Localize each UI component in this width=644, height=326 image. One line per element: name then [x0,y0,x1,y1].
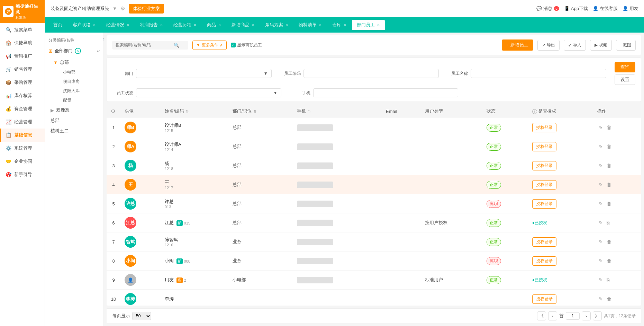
auth-button[interactable]: 授权登录 [532,256,556,266]
tree-node-zongbu2[interactable]: 总部 [45,115,103,126]
sidebar-item-marketing[interactable]: 📢 营销推广 [0,50,45,63]
edit-button[interactable]: ✎ [597,200,604,207]
edit-button[interactable]: ✎ [597,143,604,150]
tab-close-process[interactable]: ✕ [193,23,197,27]
edit-button[interactable]: ✎ [597,238,604,245]
query-button[interactable]: 查询 [615,62,635,72]
prev-page-button[interactable]: ‹ [548,311,557,320]
user-avatar[interactable]: 👤 用友 [623,6,638,12]
tree-collapse-icon[interactable]: « [97,48,100,54]
online-service-button[interactable]: 👤 在线客服 [593,6,618,12]
delete-button[interactable]: 🗑 [605,257,613,264]
tree-edit-icon[interactable]: ✎ [75,48,81,54]
sidebar-item-quicknav[interactable]: 🏠 快捷导航 [0,36,45,50]
copy-button[interactable]: ⎘ [605,276,611,283]
tab-process[interactable]: 经营历程 ✕ [169,20,201,30]
title-dropdown-icon[interactable]: ▼ [112,6,117,11]
auth-button[interactable]: 授权登录 [532,161,556,170]
sidebar-item-purchase[interactable]: 📦 采购管理 [0,76,45,89]
copy-button[interactable]: ⎘ [605,219,611,226]
sidebar-item-search[interactable]: 🔍 搜索菜单 [0,23,45,36]
col-dept-sort[interactable]: ⇅ [254,109,256,113]
tab-close-profit[interactable]: ✕ [160,23,163,27]
sidebar-item-operation[interactable]: 📈 经营管理 [0,115,45,129]
tree-child-xiangmu[interactable]: 项目库房 [53,77,103,86]
emp-code-input[interactable] [303,69,439,78]
edit-button[interactable]: ✎ [597,162,604,169]
sidebar-item-enterprise[interactable]: 🤝 企业协同 [0,155,45,168]
per-page-select[interactable]: 50 20 100 [132,312,151,320]
delete-button[interactable]: 🗑 [605,296,613,302]
employee-search-input[interactable] [116,43,171,47]
next-page-button[interactable]: › [582,311,591,320]
sidebar-item-guide[interactable]: 🎯 新手引导 [0,168,45,181]
edit-button[interactable]: ✎ [597,296,604,302]
tab-department[interactable]: 部门员工 ✕ [352,20,385,30]
tree-child-peihuo[interactable]: 配货 [53,96,103,105]
auth-button[interactable]: 授权登录 [532,180,556,190]
page-number-input[interactable] [566,312,580,320]
sidebar-item-inventory[interactable]: 📊 库存核算 [0,89,45,102]
trial-button[interactable]: 体验行业方案 [129,4,164,14]
tree-header[interactable]: ⊞ 全部部门 ✎ « [45,45,103,57]
edit-button[interactable]: ✎ [597,124,604,131]
tab-home[interactable]: 首页 [48,20,67,30]
emp-status-select[interactable]: ▼ [136,88,281,97]
export-button[interactable]: ↗ 导出 [537,40,560,51]
dept-select[interactable]: ▼ [136,69,272,78]
edit-button[interactable]: ✎ [597,257,604,264]
tab-profit[interactable]: 利润报告 ✕ [135,20,168,30]
phone-input[interactable] [313,88,459,97]
tab-bom[interactable]: 物料清单 ✕ [294,20,327,30]
edit-button[interactable]: ✎ [597,276,604,283]
auth-button[interactable]: 授权登录 [532,142,556,151]
tree-search-input[interactable] [48,38,100,43]
edit-button[interactable]: ✎ [597,219,604,226]
tree-node-shuanglu[interactable]: ▶ 双鹿想 [45,105,103,115]
delete-button[interactable]: 🗑 [605,143,613,150]
tab-new-goods[interactable]: 新增商品 ✕ [227,20,260,30]
tab-customer[interactable]: 客户联络 ✕ [68,20,101,30]
view-button[interactable]: ▶ 视频 [590,40,612,51]
delete-button[interactable]: 🗑 [605,181,613,188]
tree-node-zhishu[interactable]: 植树王二 [45,126,103,136]
settings-icon[interactable]: ⚙ [120,5,125,12]
tab-goods[interactable]: 商品 ✕ [202,20,226,30]
auth-button[interactable]: 授权登录 [532,294,556,304]
help-button[interactable]: | 截图 [616,40,636,51]
add-employee-button[interactable]: + 新增员工 [502,39,533,51]
tab-close-dept[interactable]: ✕ [377,23,380,27]
tab-close-op[interactable]: ✕ [126,23,129,27]
sidebar-item-sales[interactable]: 🛒 销售管理 [0,63,45,76]
col-name-sort[interactable]: ⇅ [186,109,189,113]
delete-button[interactable]: 🗑 [605,124,613,131]
col-settings-icon[interactable]: ⚙ [111,108,115,114]
tab-close-barcode[interactable]: ✕ [285,23,288,27]
tab-close-new-goods[interactable]: ✕ [252,23,255,27]
tab-barcode[interactable]: 条码方案 ✕ [260,20,293,30]
sidebar-item-system[interactable]: ⚙️ 系统管理 [0,142,45,155]
col-phone-sort[interactable]: ⇅ [308,109,311,113]
first-page-button[interactable]: 《 [537,311,546,320]
emp-name-input[interactable] [471,69,606,78]
import-button[interactable]: ↙ 导入 [564,40,586,51]
show-resigned-toggle[interactable]: ✓ 显示离职员工 [231,42,262,48]
tab-warehouse[interactable]: 仓库 ✕ [327,20,351,30]
delete-button[interactable]: 🗑 [605,162,613,169]
message-button[interactable]: 💬 消息 6 [536,6,559,12]
delete-button[interactable]: 🗑 [605,200,613,207]
tree-node-zongbu[interactable]: ▼ 总部 [48,57,103,68]
tab-close-warehouse[interactable]: ✕ [343,23,346,27]
sidebar-item-finance[interactable]: 💰 资金管理 [0,102,45,115]
reset-button[interactable]: 设置 [615,74,635,85]
tab-operation-status[interactable]: 经营情况 ✕ [101,20,134,30]
tree-child-xiaodianbu[interactable]: 小电部 [53,68,103,77]
delete-button[interactable]: 🗑 [605,238,613,245]
last-page-button[interactable]: 》 [593,311,602,320]
tree-child-shenyang[interactable]: 沈阳大库 [53,86,103,96]
more-filter-button[interactable]: ▼ 更多条件 ∧ [192,41,227,50]
sidebar-item-basic-info[interactable]: 📋 基础信息 [0,129,45,142]
edit-button[interactable]: ✎ [597,181,604,188]
auth-button[interactable]: 授权登录 [532,237,556,247]
tab-close-customer[interactable]: ✕ [93,23,96,27]
